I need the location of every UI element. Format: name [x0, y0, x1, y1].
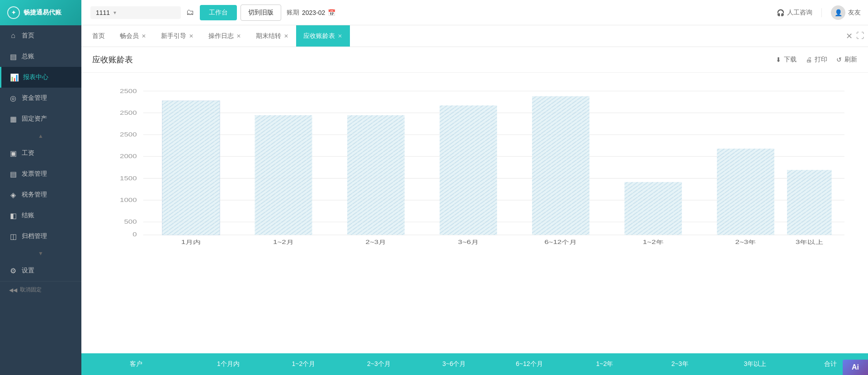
scroll-up-indicator: ▲	[0, 129, 81, 143]
salary-icon: ▣	[9, 149, 17, 157]
svg-text:3年以上: 3年以上	[796, 239, 823, 245]
refresh-icon: ↺	[836, 56, 842, 63]
chart-area: 2500 2500 2500 2000 1500 1000 500 0	[81, 73, 868, 353]
print-button[interactable]: 🖨 打印	[806, 56, 827, 64]
sidebar-label: 发票管理	[22, 170, 47, 178]
sidebar-item-home[interactable]: ⌂ 首页	[0, 25, 81, 46]
sidebar-item-funds[interactable]: ◎ 资金管理	[0, 88, 81, 108]
ledger-icon: ▤	[9, 52, 17, 61]
svg-text:500: 500	[124, 219, 137, 225]
logo-icon: ✦	[7, 6, 20, 19]
col-1-2year: 1~2年	[567, 360, 642, 368]
sidebar-label: 设置	[22, 267, 34, 275]
tab-bar: 首页 畅会员 ✕ 新手引导 ✕ 操作日志 ✕ 期末结转 ✕ 应收账龄表 ✕	[81, 25, 868, 47]
tab-member[interactable]: 畅会员 ✕	[113, 25, 154, 47]
tab-close-member[interactable]: ✕	[142, 33, 146, 39]
col-1month: 1个月内	[191, 360, 266, 368]
col-3-6month: 3~6个月	[416, 360, 491, 368]
logo-area: ✦ 畅捷通易代账	[0, 0, 81, 25]
content-area: 首页 畅会员 ✕ 新手引导 ✕ 操作日志 ✕ 期末结转 ✕ 应收账龄表 ✕	[81, 25, 868, 375]
svg-text:6~12个月: 6~12个月	[544, 239, 577, 245]
col-2-3month: 2~3个月	[341, 360, 416, 368]
company-name: 1111	[96, 9, 110, 16]
table-header: 客户 1个月内 1~2个月 2~3个月 3~6个月 6~12个月 1~2年 2~…	[81, 353, 868, 375]
tab-bar-right: ✕ ⛶	[846, 31, 864, 41]
sidebar-item-assets[interactable]: ▦ 固定资产	[0, 108, 81, 129]
main-layout: ⌂ 首页 ▤ 总账 📊 报表中心 ◎ 资金管理 ▦ 固定资产 ▲ ▣ 工资 ▤ …	[0, 25, 868, 375]
sidebar-item-settings[interactable]: ⚙ 设置	[0, 260, 81, 281]
tax-icon: ◈	[9, 191, 17, 199]
calendar-icon[interactable]: 📅	[328, 9, 335, 16]
user-name: 友友	[848, 9, 861, 17]
switch-version-button[interactable]: 切到旧版	[241, 5, 281, 21]
tab-closing[interactable]: 期末结转 ✕	[249, 25, 296, 47]
tab-close-aging[interactable]: ✕	[338, 33, 342, 39]
col-6-12month: 6~12个月	[492, 360, 567, 368]
svg-text:2500: 2500	[120, 131, 137, 137]
tab-home[interactable]: 首页	[85, 25, 113, 47]
sidebar-label: 总账	[22, 52, 34, 61]
svg-text:1500: 1500	[120, 175, 137, 181]
tab-close-closing[interactable]: ✕	[284, 33, 288, 39]
sidebar-item-invoice[interactable]: ▤ 发票管理	[0, 164, 81, 184]
tab-aging[interactable]: 应收账龄表 ✕	[296, 25, 350, 47]
logo-text: 畅捷通易代账	[24, 9, 61, 17]
chevron-down-icon: ▾	[113, 9, 116, 16]
user-area[interactable]: 👤 友友	[831, 5, 861, 20]
sidebar-item-ledger[interactable]: ▤ 总账	[0, 46, 81, 67]
avatar: 👤	[831, 5, 845, 20]
workbench-button[interactable]: 工作台	[200, 5, 237, 20]
sidebar-item-salary[interactable]: ▣ 工资	[0, 143, 81, 164]
svg-text:1月内: 1月内	[181, 239, 201, 245]
sidebar-item-tax[interactable]: ◈ 税务管理	[0, 184, 81, 205]
archive-sidebar-icon: ◫	[9, 232, 17, 240]
page-actions: ⬇ 下载 🖨 打印 ↺ 刷新	[776, 56, 857, 64]
svg-rect-21	[532, 96, 590, 235]
scroll-down-indicator: ▼	[0, 247, 81, 260]
header-right: 🎧 人工咨询 👤 友友	[777, 5, 861, 20]
tab-close-oplog[interactable]: ✕	[236, 33, 241, 39]
company-selector[interactable]: 1111 ▾	[90, 6, 181, 19]
tab-guide[interactable]: 新手引导 ✕	[154, 25, 201, 47]
sidebar-label: 归档管理	[22, 232, 47, 240]
svg-rect-24	[787, 170, 832, 235]
consult-button[interactable]: 🎧 人工咨询	[777, 9, 812, 17]
close-all-tabs-button[interactable]: ✕	[846, 31, 853, 41]
funds-icon: ◎	[9, 94, 17, 102]
sidebar-item-archive[interactable]: ◫ 归档管理	[0, 226, 81, 247]
svg-text:2~3年: 2~3年	[735, 239, 756, 245]
svg-text:2000: 2000	[120, 154, 137, 159]
pin-icon: ◀◀	[9, 287, 17, 293]
sidebar-label: 结账	[22, 211, 34, 220]
svg-text:2~3月: 2~3月	[366, 239, 387, 245]
ai-badge[interactable]: Ai	[843, 360, 868, 375]
svg-text:0: 0	[132, 231, 137, 237]
reports-icon: 📊	[10, 73, 19, 81]
sidebar-label: 资金管理	[22, 94, 47, 102]
page-title: 应收账龄表	[92, 54, 133, 65]
maximize-button[interactable]: ⛶	[856, 31, 864, 41]
sidebar-item-checkout[interactable]: ◧ 结账	[0, 205, 81, 226]
cancel-fixed-button[interactable]: ◀◀ 取消固定	[0, 281, 81, 298]
headset-icon: 🎧	[777, 9, 784, 16]
sidebar-item-reports[interactable]: 📊 报表中心	[0, 67, 81, 88]
svg-text:2500: 2500	[120, 88, 137, 94]
sidebar-label: 固定资产	[22, 115, 47, 123]
refresh-button[interactable]: ↺ 刷新	[836, 56, 857, 64]
archive-icon[interactable]: 🗂	[186, 8, 194, 17]
sidebar-label: 税务管理	[22, 191, 47, 199]
tab-close-guide[interactable]: ✕	[189, 33, 193, 39]
svg-text:1~2月: 1~2月	[273, 239, 294, 245]
page-content: 应收账龄表 ⬇ 下载 🖨 打印 ↺ 刷新	[81, 47, 868, 375]
period-area: 账期 2023-02 📅	[287, 9, 335, 17]
bar-chart: 2500 2500 2500 2000 1500 1000 500 0	[92, 82, 857, 253]
svg-rect-18	[255, 115, 312, 235]
download-button[interactable]: ⬇ 下载	[776, 56, 797, 64]
sidebar: ⌂ 首页 ▤ 总账 📊 报表中心 ◎ 资金管理 ▦ 固定资产 ▲ ▣ 工资 ▤ …	[0, 25, 81, 375]
svg-rect-20	[439, 105, 497, 235]
download-icon: ⬇	[776, 56, 781, 63]
tab-oplog[interactable]: 操作日志 ✕	[201, 25, 249, 47]
col-2-3year: 2~3年	[642, 360, 717, 368]
period-label: 账期	[287, 9, 299, 17]
checkout-icon: ◧	[9, 211, 17, 220]
